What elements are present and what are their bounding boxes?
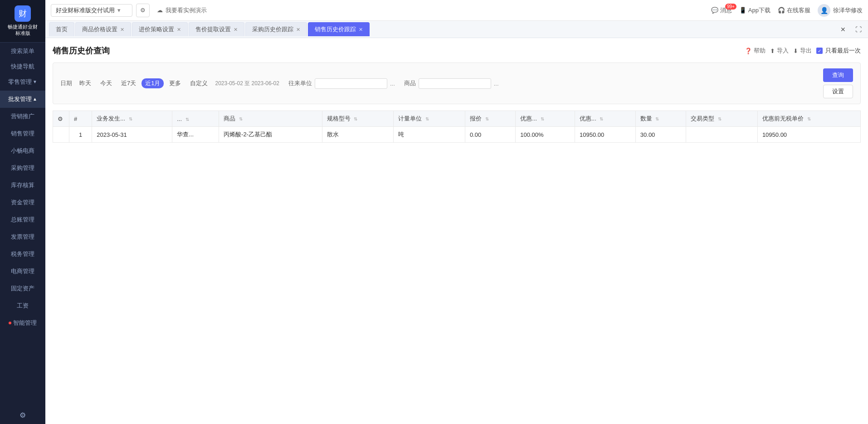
sidebar-item-label: 固定资产	[11, 284, 34, 293]
col-unit[interactable]: 计量单位 ⇅	[394, 111, 465, 127]
cell-discount2: 10950.00	[575, 127, 635, 143]
sidebar-search[interactable]: 搜索菜单	[0, 43, 45, 60]
close-icon[interactable]: ✕	[120, 27, 124, 33]
sidebar-item-label: 库存核算	[11, 181, 34, 189]
sidebar-item-sales[interactable]: 销售管理	[0, 125, 45, 142]
date-opt-custom[interactable]: 自定义	[186, 78, 211, 88]
col-product-label: 商品	[224, 115, 235, 122]
sidebar-item-invoice[interactable]: 发票管理	[0, 228, 45, 246]
tab-home[interactable]: 首页	[49, 22, 74, 36]
table-row: 1 2023-05-31 华查... 丙烯酸-2-乙基己酯 散水 吨 0.00 …	[53, 127, 861, 143]
export-label: 导出	[800, 47, 812, 55]
product-filter-label: 商品	[404, 79, 416, 87]
settings-button[interactable]: 设置	[823, 85, 853, 98]
close-icon[interactable]: ✕	[234, 27, 238, 33]
col-spec-label: 规格型号	[327, 115, 351, 122]
col-price[interactable]: 报价 ⇅	[465, 111, 515, 127]
maximize-window-button[interactable]: ⛶	[853, 24, 864, 35]
tab-purchase-strategy-label: 进价策略设置	[139, 25, 174, 34]
col-biz-date-label: 业务发生...	[97, 115, 125, 122]
only-last-checkbox-label[interactable]: ✓ 只看最后一次	[816, 47, 861, 55]
sidebar-item-label: 工资	[17, 302, 29, 310]
settings-icon[interactable]: ⚙	[20, 411, 26, 419]
sidebar-item-assets[interactable]: 固定资产	[0, 280, 45, 297]
sort-icon: ⇅	[541, 116, 544, 121]
topbar-right: 💬 消息 99+ 📱 App下载 🎧 在线客服 👤 徐泽华修改	[711, 4, 863, 17]
only-last-checkbox[interactable]: ✓	[816, 48, 823, 54]
col-more1[interactable]: ... ⇅	[172, 111, 219, 127]
tab-sale-history[interactable]: 销售历史价跟踪 ✕	[308, 22, 370, 36]
topbar-gear-button[interactable]: ⚙	[136, 4, 150, 17]
sidebar-item-ledger[interactable]: 总账管理	[0, 211, 45, 228]
sidebar-item-purchase[interactable]: 采购管理	[0, 159, 45, 177]
sort-icon: ⇅	[425, 116, 429, 121]
sidebar-item-smart[interactable]: 智能管理	[0, 314, 45, 332]
sidebar-item-inventory[interactable]: 库存核算	[0, 177, 45, 194]
sort-icon: ⇅	[354, 116, 357, 121]
col-tx-type[interactable]: 交易类型 ⇅	[686, 111, 758, 127]
col-gear[interactable]: ⚙	[53, 111, 69, 127]
avatar: 👤	[818, 4, 830, 17]
date-opt-today[interactable]: 今天	[97, 78, 116, 88]
sidebar-item-payroll[interactable]: 工资	[0, 297, 45, 314]
online-service-label: 在线客服	[787, 6, 810, 14]
export-link[interactable]: ⬇ 导出	[793, 47, 812, 55]
sidebar-item-tax[interactable]: 税务管理	[0, 246, 45, 263]
user-menu[interactable]: 👤 徐泽华修改	[818, 4, 863, 17]
sidebar-item-wholesale[interactable]: 批发管理 ▲	[0, 91, 45, 108]
cloud-icon: ☁	[157, 7, 163, 14]
sidebar-item-marketing[interactable]: 营销推广	[0, 108, 45, 125]
sidebar-item-ecom-small[interactable]: 小畅电商	[0, 142, 45, 159]
help-link[interactable]: ❓ 帮助	[745, 47, 766, 55]
sidebar-item-label: 电商管理	[11, 267, 34, 275]
col-qty[interactable]: 数量 ⇅	[635, 111, 686, 127]
tab-purchase-strategy[interactable]: 进价策略设置 ✕	[132, 22, 188, 36]
sort-icon: ⇅	[129, 116, 132, 121]
sort-icon: ⇅	[655, 116, 659, 121]
source-more-button[interactable]: ...	[390, 80, 395, 87]
sidebar-item-label: 零售管理	[8, 78, 32, 86]
message-button[interactable]: 💬 消息 99+	[711, 6, 732, 14]
close-icon[interactable]: ✕	[177, 27, 181, 33]
col-pretax[interactable]: 优惠前无税单价 ⇅	[757, 111, 860, 127]
source-filter-input[interactable]	[315, 78, 387, 89]
close-icon[interactable]: ✕	[296, 27, 300, 33]
sidebar-item-finance[interactable]: 资金管理	[0, 194, 45, 211]
date-opt-more[interactable]: 更多	[166, 78, 185, 88]
sidebar-quick-nav[interactable]: 快捷导航	[0, 60, 45, 73]
sort-icon: ⇅	[600, 116, 603, 121]
tab-sale-extract[interactable]: 售价提取设置 ✕	[189, 22, 244, 36]
col-discount1[interactable]: 优惠... ⇅	[516, 111, 575, 127]
gear-icon: ⚙	[140, 7, 146, 14]
app-download-button[interactable]: 📱 App下载	[739, 6, 770, 14]
only-last-label: 只看最后一次	[825, 47, 861, 55]
username-label: 徐泽华修改	[833, 6, 863, 14]
col-spec[interactable]: 规格型号 ⇅	[322, 111, 394, 127]
demo-link[interactable]: ☁ 我要看实例演示	[157, 6, 207, 14]
col-biz-date[interactable]: 业务发生... ⇅	[92, 111, 172, 127]
close-window-button[interactable]: ✕	[837, 24, 849, 35]
product-more-button[interactable]: ...	[494, 80, 499, 87]
online-service-button[interactable]: 🎧 在线客服	[778, 6, 810, 14]
product-filter-input[interactable]	[419, 78, 491, 89]
date-opt-yesterday[interactable]: 昨天	[76, 78, 95, 88]
sidebar-item-label: 营销推广	[11, 112, 34, 120]
sidebar-item-label: 资金管理	[11, 198, 34, 207]
sidebar-item-retail[interactable]: 零售管理 ▼	[0, 73, 45, 91]
sort-icon: ⇅	[807, 116, 811, 121]
date-opt-1month[interactable]: 近1月	[141, 78, 164, 88]
query-button[interactable]: 查询	[823, 68, 853, 82]
col-discount2[interactable]: 优惠... ⇅	[575, 111, 635, 127]
col-product[interactable]: 商品 ⇅	[219, 111, 322, 127]
version-selector-label: 好业财标准版交付试用	[56, 6, 115, 14]
demo-label: 我要看实例演示	[166, 6, 207, 14]
tab-purchase-history[interactable]: 采购历史价跟踪 ✕	[245, 22, 307, 36]
sidebar-item-ecom[interactable]: 电商管理	[0, 263, 45, 280]
close-icon[interactable]: ✕	[359, 27, 363, 33]
tab-price[interactable]: 商品价格设置 ✕	[75, 22, 131, 36]
date-opt-7days[interactable]: 近7天	[117, 78, 140, 88]
import-link[interactable]: ⬆ 导入	[770, 47, 789, 55]
version-selector[interactable]: 好业财标准版交付试用 ▾	[51, 4, 132, 17]
col-price-label: 报价	[470, 115, 482, 122]
tab-sale-extract-label: 售价提取设置	[195, 25, 231, 34]
